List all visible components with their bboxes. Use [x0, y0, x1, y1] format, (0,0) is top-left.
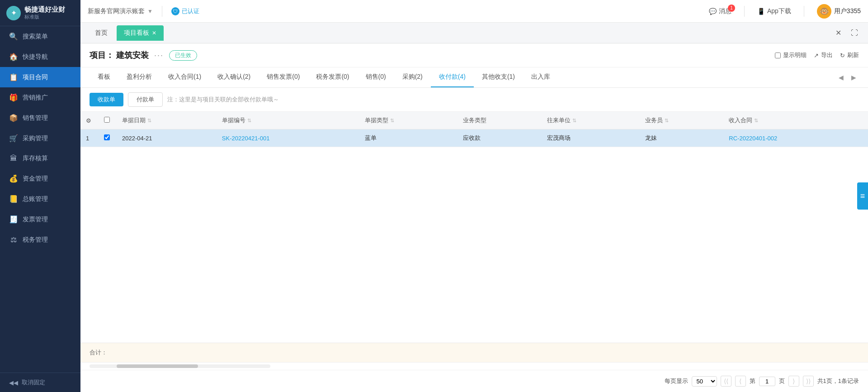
page-last-button[interactable]: ⟩⟩	[803, 376, 814, 387]
sidebar-item-label: 发票管理	[23, 215, 48, 224]
page-label: 第	[750, 377, 755, 385]
messages-button[interactable]: 💬 消息 1	[709, 7, 731, 15]
sidebar-item-purchase[interactable]: 🛒 采购管理	[0, 128, 80, 148]
subtab-prev-button[interactable]: ◀	[835, 72, 846, 83]
project-selector[interactable]: 新服务官网演示账套 ▼	[88, 7, 153, 15]
subtab-profit-label: 盈利分析	[127, 73, 152, 80]
subtab-other-payment[interactable]: 其他收支(1)	[474, 67, 523, 87]
subtab-sales-label: 销售(0)	[366, 73, 386, 80]
sidebar-item-inventory[interactable]: 🏛 库存核算	[0, 148, 80, 168]
page-first-button[interactable]: ⟨⟨	[721, 376, 731, 387]
sidebar-item-ledger[interactable]: 📒 总账管理	[0, 189, 80, 209]
refresh-button[interactable]: ↻ 刷新	[840, 51, 859, 59]
th-settings[interactable]: ⚙	[80, 112, 99, 129]
close-window-button[interactable]: ✕	[832, 27, 844, 39]
sidebar-item-sales[interactable]: 📦 销售管理	[0, 108, 80, 128]
right-panel-toggle[interactable]: ≡	[857, 182, 868, 210]
row-number[interactable]: SK-20220421-001	[217, 129, 359, 147]
show-detail-checkbox[interactable]: 显示明细	[775, 51, 807, 59]
table-row[interactable]: 1 2022-04-21 SK-20220421-001 蓝单	[80, 129, 868, 147]
data-table: ⚙ 单据日期 ⇅ 单据编号	[80, 112, 868, 147]
page-size-select[interactable]: 50 10 20 100	[692, 376, 717, 387]
th-date[interactable]: 单据日期 ⇅	[117, 112, 217, 129]
total-label: 合计：	[90, 349, 107, 357]
horizontal-scrollbar[interactable]	[80, 362, 868, 370]
sort-contract-icon: ⇅	[754, 118, 758, 124]
sidebar-unpin[interactable]: ◀◀ 取消固定	[0, 373, 80, 392]
th-biz-type: 业务类型	[458, 112, 541, 129]
page-prev-button[interactable]: ⟨	[735, 376, 746, 387]
th-income-contract[interactable]: 收入合同 ⇅	[723, 112, 868, 129]
sidebar-item-label: 营销推广	[23, 94, 48, 102]
scrollbar-track	[90, 364, 270, 368]
app-logo-icon: ✦	[6, 6, 21, 20]
tab-project-label: 项目看板	[124, 29, 149, 37]
project-header-actions: 显示明细 ↗ 导出 ↻ 刷新	[775, 51, 859, 59]
th-number[interactable]: 单据编号 ⇅	[217, 112, 359, 129]
sidebar-item-invoice[interactable]: 🧾 发票管理	[0, 209, 80, 229]
row-income-contract[interactable]: RC-20220401-002	[723, 129, 868, 147]
subtab-kanban[interactable]: 看板	[90, 67, 118, 87]
subtab-payment[interactable]: 收付款(4)	[431, 67, 474, 87]
sidebar-item-finance[interactable]: 💰 资金管理	[0, 168, 80, 189]
th-partner[interactable]: 往来单位 ⇅	[542, 112, 640, 129]
sidebar-item-search[interactable]: 🔍 搜索菜单	[0, 26, 80, 47]
subtab-sales-invoice[interactable]: 销售发票(0)	[259, 67, 308, 87]
user-avatar: 🐵	[817, 4, 831, 19]
project-more-button[interactable]: ···	[154, 51, 164, 60]
contract-icon: 📋	[9, 73, 18, 81]
row-salesperson: 龙妹	[640, 129, 723, 147]
sales-icon: 📦	[9, 114, 18, 122]
certified-badge: 🛡 已认证	[171, 7, 199, 15]
total-pages-label: 共1页，1条记录	[817, 377, 859, 385]
sidebar-item-tax[interactable]: ⚖ 税务管理	[0, 229, 80, 250]
panel-toggle-icon: ≡	[860, 191, 865, 201]
subtab-tax-invoice[interactable]: 税务发票(0)	[308, 67, 357, 87]
payment-button[interactable]: 付款单	[128, 92, 163, 107]
table-footer: 合计：	[80, 343, 868, 362]
row-contract-link[interactable]: RC-20220401-002	[729, 135, 777, 142]
export-button[interactable]: ↗ 导出	[814, 51, 833, 59]
sidebar-nav: 🔍 搜索菜单 🏠 快捷导航 📋 项目合同 🎁 营销推广 📦 销售管理 🛒 采购管…	[0, 26, 80, 373]
tab-close-icon[interactable]: ✕	[152, 30, 156, 36]
sidebar-item-label: 项目合同	[23, 73, 48, 81]
subtab-sales-invoice-label: 销售发票(0)	[267, 73, 300, 80]
subtab-sales[interactable]: 销售(0)	[358, 67, 394, 87]
page-input[interactable]	[759, 377, 775, 386]
tabbar: 首页 项目看板 ✕ ✕ ⛶	[80, 23, 868, 43]
row-select-checkbox[interactable]	[104, 134, 110, 140]
subtab-income-contract[interactable]: 收入合同(1)	[160, 67, 209, 87]
phone-icon: 📱	[757, 8, 765, 15]
scrollbar-thumb[interactable]	[117, 364, 198, 368]
row-checkbox[interactable]	[99, 129, 117, 147]
app-download-button[interactable]: 📱 App下载	[757, 7, 791, 15]
sidebar-item-project-contract[interactable]: 📋 项目合同	[0, 67, 80, 87]
finance-icon: 💰	[9, 174, 18, 183]
page-next-button[interactable]: ⟩	[788, 376, 799, 387]
sidebar-item-quicknav[interactable]: 🏠 快捷导航	[0, 47, 80, 67]
sidebar-item-label: 快捷导航	[23, 53, 48, 61]
subtab-purchase[interactable]: 采购(2)	[394, 67, 431, 87]
th-type[interactable]: 单据类型 ⇅	[359, 112, 458, 129]
maximize-window-button[interactable]: ⛶	[848, 27, 861, 39]
inventory-icon: 🏛	[9, 154, 18, 163]
sidebar-logo: ✦ 畅捷通好业财 标准版	[0, 0, 80, 26]
th-number-label: 单据编号	[222, 116, 245, 124]
sidebar-item-label: 销售管理	[23, 114, 48, 122]
th-partner-label: 往来单位	[547, 116, 571, 124]
tab-home[interactable]: 首页	[88, 25, 115, 41]
select-all-checkbox[interactable]	[104, 117, 110, 123]
user-menu[interactable]: 🐵 用户3355	[817, 4, 861, 19]
subtab-income-confirm[interactable]: 收入确认(2)	[209, 67, 259, 87]
show-detail-input[interactable]	[775, 53, 781, 58]
subtab-profit[interactable]: 盈利分析	[118, 67, 160, 87]
th-salesperson[interactable]: 业务员 ⇅	[640, 112, 723, 129]
row-biz-type: 应收款	[458, 129, 541, 147]
subtab-next-button[interactable]: ▶	[848, 72, 859, 83]
unpin-label: 取消固定	[22, 378, 45, 387]
subtab-inout-storage[interactable]: 出入库	[523, 67, 558, 87]
receipt-button[interactable]: 收款单	[90, 93, 123, 106]
row-number-link[interactable]: SK-20220421-001	[222, 135, 270, 142]
sidebar-item-marketing[interactable]: 🎁 营销推广	[0, 87, 80, 108]
tab-project-board[interactable]: 项目看板 ✕	[117, 25, 164, 41]
